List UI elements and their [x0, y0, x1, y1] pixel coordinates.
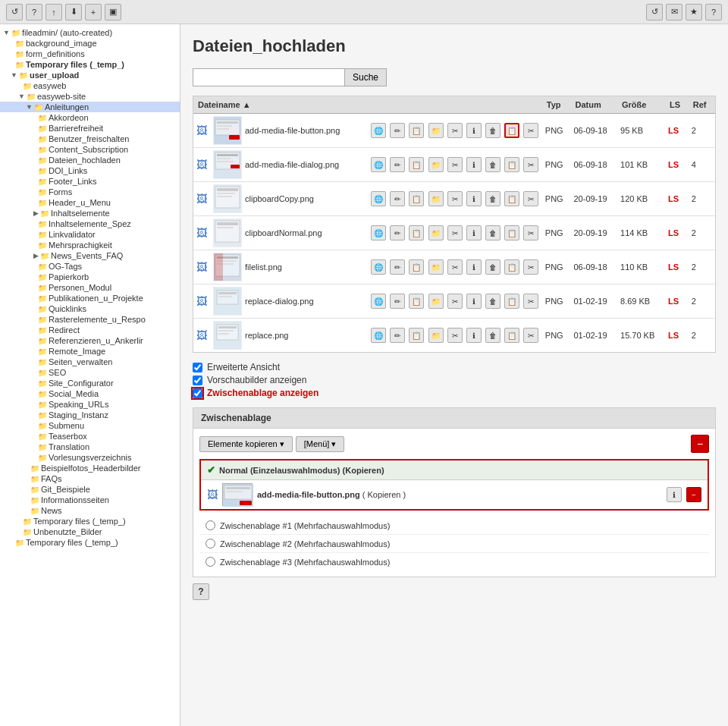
- action-delete[interactable]: 🗑: [485, 191, 500, 206]
- zw-slot-1-radio[interactable]: [206, 520, 215, 530]
- action-move[interactable]: 📁: [428, 294, 444, 309]
- checkbox-vorschaubilder-label[interactable]: Vorschaubilder anzeigen: [207, 375, 306, 385]
- clipboard-btn[interactable]: ▣: [105, 4, 121, 20]
- download-btn[interactable]: ⬇: [65, 4, 82, 20]
- sidebar-item-anleitungen[interactable]: ▼ 📁 Anleitungen: [0, 102, 180, 112]
- sidebar-item-quicklinks[interactable]: 📁 Quicklinks: [0, 303, 180, 314]
- action-copy[interactable]: 📋: [409, 259, 424, 275]
- action-scissors[interactable]: ✂: [523, 157, 538, 172]
- action-view[interactable]: 🌐: [371, 328, 386, 343]
- action-clipboard[interactable]: 📋: [504, 294, 519, 309]
- action-info[interactable]: ℹ: [466, 157, 482, 172]
- action-move[interactable]: 📁: [428, 123, 444, 138]
- checkbox-zwischenablage-label[interactable]: Zwischenablage anzeigen: [207, 388, 318, 398]
- action-move[interactable]: 📁: [428, 157, 444, 172]
- add-btn[interactable]: +: [85, 4, 102, 20]
- sidebar-item-site_configurator[interactable]: 📁 Site_Configurator: [0, 378, 180, 388]
- action-edit[interactable]: ✏: [390, 328, 405, 343]
- sidebar-item-git_beispiele[interactable]: 📁 Git_Beispiele: [0, 484, 180, 495]
- action-scissors[interactable]: ✂: [523, 123, 538, 138]
- action-move[interactable]: 📁: [428, 259, 444, 275]
- action-delete[interactable]: 🗑: [485, 123, 500, 138]
- action-view[interactable]: 🌐: [371, 259, 386, 275]
- sidebar-item-mehrsprachigkeit[interactable]: 📁 Mehrsprachigkeit: [0, 240, 180, 250]
- action-copy[interactable]: 📋: [409, 328, 424, 343]
- sidebar-item-easyweb[interactable]: 📁 easyweb: [0, 80, 180, 91]
- action-clipboard-highlighted[interactable]: 📋: [504, 123, 519, 138]
- search-button[interactable]: Suche: [344, 68, 387, 86]
- checkbox-erweiterte-input[interactable]: [193, 363, 202, 372]
- sidebar-item-redirect[interactable]: 📁 Redirect: [0, 325, 180, 335]
- action-edit[interactable]: ✏: [390, 123, 405, 138]
- sidebar-item-doi_links[interactable]: 📁 DOI_Links: [0, 165, 180, 176]
- sidebar-item-seiten_verwalten[interactable]: 📁 Seiten_verwalten: [0, 357, 180, 367]
- sidebar-item-translation[interactable]: 📁 Translation: [0, 442, 180, 452]
- sidebar-item-user_upload[interactable]: ▼ 📁 user_upload: [0, 70, 180, 80]
- action-rename[interactable]: ✂: [447, 191, 463, 206]
- action-clipboard[interactable]: 📋: [504, 328, 519, 343]
- sidebar-item-temp_files_top[interactable]: 📁 Temporary files (_temp_): [0, 59, 180, 70]
- action-info[interactable]: ℹ: [466, 225, 482, 240]
- zw-slot-2-radio[interactable]: [206, 539, 215, 548]
- sidebar-item-barrierefreiheit[interactable]: 📁 Barrierefreiheit: [0, 123, 180, 134]
- sidebar-item-akkordeon[interactable]: 📁 Akkordeon: [0, 112, 180, 123]
- sidebar-item-content_sub[interactable]: 📁 Content_Subscription: [0, 144, 180, 155]
- sidebar-item-linkvalidator[interactable]: 📁 Linkvalidator: [0, 229, 180, 240]
- sidebar-item-personen_modul[interactable]: 📁 Personen_Modul: [0, 282, 180, 293]
- sidebar-item-dateien_hochladen[interactable]: 📁 Dateien_hochladen: [0, 155, 180, 165]
- action-move[interactable]: 📁: [428, 328, 444, 343]
- action-scissors[interactable]: ✂: [523, 328, 538, 343]
- sidebar-item-form_definitions[interactable]: 📁 form_definitions: [0, 49, 180, 59]
- search-input[interactable]: [193, 68, 344, 86]
- sidebar-item-easyweb-site[interactable]: ▼ 📁 easyweb-site: [0, 91, 180, 102]
- action-scissors[interactable]: ✂: [523, 294, 538, 309]
- bookmark-btn[interactable]: ★: [686, 4, 702, 20]
- refresh-btn-right[interactable]: ↺: [646, 4, 663, 20]
- action-edit[interactable]: ✏: [390, 225, 405, 240]
- sidebar-item-fileadmin[interactable]: ▼ 📁 fileadmin/ (auto-created): [0, 27, 180, 38]
- action-clipboard[interactable]: 📋: [504, 191, 519, 206]
- menu-btn[interactable]: [Menü] ▾: [296, 436, 345, 452]
- sidebar-item-speaking_urls[interactable]: 📁 Speaking_URLs: [0, 399, 180, 410]
- action-edit[interactable]: ✏: [390, 157, 405, 172]
- action-delete[interactable]: 🗑: [485, 157, 500, 172]
- sidebar-item-seo[interactable]: 📁 SEO: [0, 367, 180, 378]
- sidebar-item-informationsseiten[interactable]: 📁 Informationsseiten: [0, 495, 180, 505]
- action-delete[interactable]: 🗑: [485, 225, 500, 240]
- checkbox-erweiterte-label[interactable]: Erweiterte Ansicht: [207, 362, 280, 372]
- help-btn-right[interactable]: ?: [705, 4, 722, 20]
- sidebar-item-teaserbox[interactable]: 📁 Teaserbox: [0, 431, 180, 442]
- action-move[interactable]: 📁: [428, 225, 444, 240]
- action-delete[interactable]: 🗑: [485, 259, 500, 275]
- action-copy[interactable]: 📋: [409, 123, 424, 138]
- action-copy[interactable]: 📋: [409, 294, 424, 309]
- action-info[interactable]: ℹ: [466, 328, 482, 343]
- action-rename[interactable]: ✂: [447, 225, 463, 240]
- sidebar-item-publikationen[interactable]: 📁 Publikationen_u_Projekte: [0, 293, 180, 303]
- action-copy[interactable]: 📋: [409, 225, 424, 240]
- sidebar-item-rasterelemente[interactable]: 📁 Rasterelemente_u_Respo: [0, 314, 180, 325]
- action-info[interactable]: ℹ: [466, 259, 482, 275]
- action-rename[interactable]: ✂: [447, 328, 463, 343]
- action-delete[interactable]: 🗑: [485, 328, 500, 343]
- sidebar-item-referenzieren[interactable]: 📁 Referenzieren_u_Ankerlir: [0, 335, 180, 346]
- sidebar-item-news[interactable]: 📁 News: [0, 505, 180, 516]
- action-copy[interactable]: 📋: [409, 157, 424, 172]
- action-edit[interactable]: ✏: [390, 191, 405, 206]
- sidebar-item-staging_instanz[interactable]: 📁 Staging_Instanz: [0, 410, 180, 420]
- sidebar-item-papierkorb[interactable]: 📁 Papierkorb: [0, 272, 180, 282]
- action-info[interactable]: ℹ: [466, 123, 482, 138]
- sidebar-item-header_u_menu[interactable]: 📁 Header_u_Menu: [0, 197, 180, 208]
- action-rename[interactable]: ✂: [447, 157, 463, 172]
- action-scissors[interactable]: ✂: [523, 259, 538, 275]
- sidebar-item-remote_image[interactable]: 📁 Remote_Image: [0, 346, 180, 357]
- action-rename[interactable]: ✂: [447, 294, 463, 309]
- sidebar-item-social_media[interactable]: 📁 Social_Media: [0, 388, 180, 399]
- sidebar-item-inhaltselemente[interactable]: ▶ 📁 Inhaltselemente: [0, 208, 180, 218]
- action-clipboard[interactable]: 📋: [504, 157, 519, 172]
- zw-info-btn[interactable]: ℹ: [667, 487, 682, 502]
- action-scissors[interactable]: ✂: [523, 191, 538, 206]
- collapse-btn[interactable]: −: [691, 435, 709, 453]
- sidebar-item-temp_files_bot[interactable]: 📁 Temporary files (_temp_): [0, 537, 180, 548]
- action-view[interactable]: 🌐: [371, 191, 386, 206]
